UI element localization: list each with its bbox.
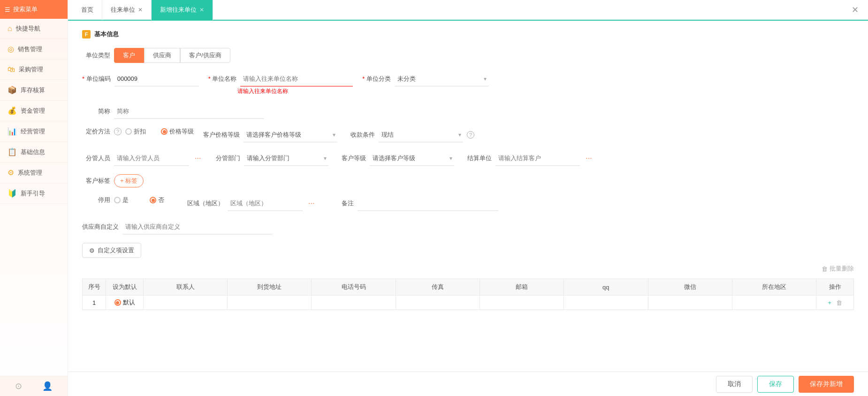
settlement-unit-more-btn[interactable]: ··· bbox=[584, 154, 594, 163]
supplier-custom-input[interactable] bbox=[122, 219, 273, 234]
col-qq: qq bbox=[564, 279, 648, 295]
row-fax-input[interactable] bbox=[401, 299, 475, 306]
region-more-btn[interactable]: ··· bbox=[306, 199, 316, 208]
row-phone[interactable] bbox=[312, 295, 396, 310]
row-region-input[interactable] bbox=[737, 299, 811, 306]
section-title-text: 基本信息 bbox=[94, 30, 119, 39]
row-qq-input[interactable] bbox=[569, 299, 643, 306]
tab-new-trade-unit[interactable]: 新增往来单位 ✕ bbox=[152, 0, 213, 20]
disabled-yes-radio[interactable] bbox=[114, 197, 121, 203]
row-address-input[interactable] bbox=[232, 299, 306, 306]
pricing-level-radio[interactable] bbox=[161, 128, 168, 135]
row-phone-input[interactable] bbox=[316, 299, 390, 306]
pricing-discount-radio[interactable] bbox=[125, 128, 132, 135]
unit-type-label: 单位类型 bbox=[82, 51, 110, 60]
unit-category-select[interactable]: 未分类 bbox=[395, 71, 488, 86]
department-select[interactable]: 请输入分管部门 bbox=[244, 151, 328, 166]
pricing-method-label: 定价方法 bbox=[82, 127, 110, 136]
disabled-yes-label[interactable]: 是 bbox=[114, 196, 142, 204]
sidebar-item-basic-info[interactable]: 📋 基础信息 bbox=[0, 142, 68, 163]
unit-name-input[interactable] bbox=[240, 71, 353, 86]
sidebar-item-operations[interactable]: 📊 经营管理 bbox=[0, 121, 68, 142]
manager-input[interactable] bbox=[114, 151, 189, 166]
disabled-no-radio[interactable] bbox=[150, 197, 156, 203]
unit-type-customer-btn[interactable]: 客户 bbox=[114, 48, 144, 63]
row-default-radio[interactable] bbox=[114, 299, 121, 306]
row-region[interactable] bbox=[732, 295, 816, 310]
batch-delete-btn[interactable]: 🗑 批量删除 bbox=[822, 264, 854, 273]
settlement-unit-input[interactable] bbox=[495, 151, 580, 166]
pricing-level-label[interactable]: 价格等级 bbox=[161, 127, 194, 136]
contact-table: 序号 设为默认 联系人 到货地址 电话号码 传真 邮箱 qq 微信 所在地区 操… bbox=[82, 279, 854, 310]
short-name-field: 简称 bbox=[82, 104, 264, 119]
col-index: 序号 bbox=[83, 279, 106, 295]
save-button[interactable]: 保存 bbox=[757, 376, 794, 393]
short-name-label: 简称 bbox=[82, 107, 110, 116]
col-phone: 电话号码 bbox=[312, 279, 396, 295]
pricing-discount-text: 折扣 bbox=[134, 127, 146, 136]
tab-trade-units-close[interactable]: ✕ bbox=[138, 7, 143, 13]
tabbar: 首页 往来单位 ✕ 新增往来单位 ✕ ✕ bbox=[68, 0, 868, 21]
sidebar-item-quick-nav[interactable]: ⌂ 快捷导航 bbox=[0, 19, 68, 39]
disabled-radio-group: 是 否 bbox=[114, 196, 178, 204]
cancel-button[interactable]: 取消 bbox=[716, 376, 753, 393]
row-contact-input[interactable] bbox=[148, 299, 222, 306]
payment-terms-select[interactable]: 现结 bbox=[379, 127, 463, 142]
row-wechat-input[interactable] bbox=[653, 299, 727, 306]
sidebar-expand-btn[interactable]: ⊙ bbox=[15, 381, 22, 391]
row-fax[interactable] bbox=[396, 295, 480, 310]
remark-label: 备注 bbox=[326, 199, 354, 208]
sidebar-label-basic-info: 基础信息 bbox=[21, 148, 45, 156]
sidebar-item-purchase[interactable]: 🛍 采购管理 bbox=[0, 60, 68, 80]
table-header-row: 序号 设为默认 联系人 到货地址 电话号码 传真 邮箱 qq 微信 所在地区 操… bbox=[83, 279, 854, 295]
tab-home[interactable]: 首页 bbox=[73, 0, 102, 20]
pricing-help-icon[interactable]: ? bbox=[114, 128, 122, 135]
manager-more-btn[interactable]: ··· bbox=[193, 154, 203, 163]
row-delete-btn[interactable]: 🗑 bbox=[836, 299, 842, 306]
unit-type-supplier-btn[interactable]: 供应商 bbox=[144, 48, 180, 63]
unit-code-input[interactable] bbox=[114, 71, 199, 86]
sidebar-user-btn[interactable]: 👤 bbox=[42, 381, 53, 391]
tab-trade-units[interactable]: 往来单位 ✕ bbox=[102, 0, 152, 20]
sidebar-item-system[interactable]: ⚙ 系统管理 bbox=[0, 163, 68, 183]
short-name-input[interactable] bbox=[114, 104, 264, 119]
remark-input[interactable] bbox=[358, 196, 498, 211]
form-content: F 基本信息 单位类型 客户 供应商 客户/供应商 单位编码 单位名称 bbox=[68, 21, 868, 396]
row-address[interactable] bbox=[228, 295, 312, 310]
search-menu-btn[interactable]: ☰ 搜索菜单 bbox=[0, 0, 68, 19]
sidebar-item-guide[interactable]: 🔰 新手引导 bbox=[0, 183, 68, 204]
sidebar-label-quick-nav: 快捷导航 bbox=[16, 24, 40, 33]
sidebar-item-finance[interactable]: 💰 资金管理 bbox=[0, 101, 68, 121]
disabled-label: 停用 bbox=[82, 196, 110, 204]
add-tag-btn[interactable]: + 标签 bbox=[114, 174, 144, 187]
payment-terms-help-icon[interactable]: ? bbox=[467, 131, 474, 139]
row-default-radio-label[interactable]: 默认 bbox=[111, 298, 138, 307]
system-icon: ⚙ bbox=[8, 168, 14, 177]
row-qq[interactable] bbox=[564, 295, 648, 310]
customer-level-select[interactable]: 请选择客户等级 bbox=[370, 151, 454, 166]
unit-category-select-wrapper: 未分类 bbox=[395, 71, 488, 86]
unit-type-both-btn[interactable]: 客户/供应商 bbox=[180, 48, 230, 63]
row-add-btn[interactable]: + bbox=[828, 299, 831, 306]
col-contact: 联系人 bbox=[144, 279, 228, 295]
region-input[interactable] bbox=[228, 196, 303, 211]
row-actions: + 🗑 bbox=[816, 295, 854, 310]
row-wechat[interactable] bbox=[648, 295, 732, 310]
sidebar-item-inventory[interactable]: 📦 库存核算 bbox=[0, 80, 68, 101]
save-and-new-button[interactable]: 保存并新增 bbox=[799, 376, 854, 393]
row-index: 1 bbox=[83, 295, 106, 310]
row-email[interactable] bbox=[480, 295, 563, 310]
disabled-yes-text: 是 bbox=[122, 196, 129, 204]
row-contact[interactable] bbox=[144, 295, 228, 310]
disabled-no-label[interactable]: 否 bbox=[150, 196, 178, 204]
row-email-input[interactable] bbox=[485, 299, 559, 306]
tab-new-trade-unit-close[interactable]: ✕ bbox=[199, 7, 204, 13]
region-label: 区域（地区） bbox=[187, 199, 224, 208]
customer-price-level-select[interactable]: 请选择客户价格等级 bbox=[244, 127, 337, 142]
short-name-row: 简称 bbox=[82, 104, 854, 119]
sidebar-item-sales[interactable]: ◎ 销售管理 bbox=[0, 39, 68, 60]
tabbar-close-all[interactable]: ✕ bbox=[847, 5, 863, 15]
pricing-discount-label[interactable]: 折扣 bbox=[125, 127, 153, 136]
custom-setting-btn[interactable]: ⚙ 自定义项设置 bbox=[82, 243, 141, 258]
pricing-radio-group: 折扣 价格等级 bbox=[125, 127, 194, 136]
